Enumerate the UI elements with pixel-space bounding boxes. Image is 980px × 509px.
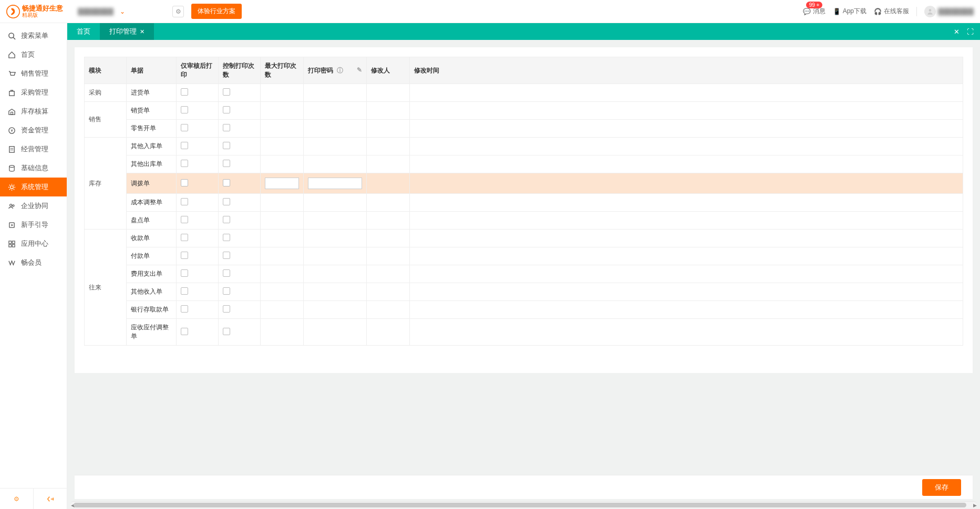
industry-demo-button[interactable]: 体验行业方案 bbox=[191, 4, 242, 19]
apps-icon bbox=[7, 240, 16, 248]
user-menu[interactable]: ████████ bbox=[924, 6, 974, 17]
checkbox[interactable] bbox=[181, 88, 188, 96]
tab-打印管理[interactable]: 打印管理✕ bbox=[100, 23, 154, 40]
modifier-cell bbox=[367, 247, 410, 265]
max-count-input[interactable] bbox=[265, 178, 299, 189]
checkbox[interactable] bbox=[223, 328, 230, 335]
sidebar-item-guide[interactable]: 新手引导 bbox=[0, 215, 67, 234]
close-icon[interactable]: ✕ bbox=[140, 28, 145, 35]
checkbox[interactable] bbox=[181, 252, 188, 259]
password-cell bbox=[304, 102, 367, 120]
sidebar-item-home[interactable]: 首页 bbox=[0, 45, 67, 64]
doc-cell: 成本调整单 bbox=[127, 194, 177, 212]
horizontal-scrollbar[interactable]: ◀ ▶ bbox=[70, 501, 977, 508]
org-settings-button[interactable]: ⚙ bbox=[172, 6, 184, 17]
doc-cell: 其他出库单 bbox=[127, 155, 177, 173]
sidebar-item-apps[interactable]: 应用中心 bbox=[0, 234, 67, 253]
sidebar-item-label: 企业协同 bbox=[21, 201, 48, 211]
checkbox[interactable] bbox=[223, 124, 230, 131]
sidebar-settings-button[interactable]: ⚙ bbox=[0, 489, 33, 509]
org-selector[interactable]: ████████ ⌄ bbox=[78, 8, 167, 15]
help-icon[interactable]: ⓘ bbox=[337, 67, 343, 74]
table-row: 往来收款单 bbox=[85, 230, 963, 247]
checkbox[interactable] bbox=[223, 88, 230, 96]
sidebar-item-search[interactable]: 搜索菜单 bbox=[0, 26, 67, 45]
tab-fullscreen-button[interactable]: ⛶ bbox=[967, 28, 974, 36]
checkbox[interactable] bbox=[223, 252, 230, 259]
checkbox[interactable] bbox=[181, 234, 188, 241]
password-cell bbox=[304, 194, 367, 212]
sidebar-item-warehouse[interactable]: 库存核算 bbox=[0, 102, 67, 121]
modify-time-cell bbox=[410, 230, 963, 247]
sidebar-item-label: 库存核算 bbox=[21, 107, 48, 116]
checkbox[interactable] bbox=[181, 216, 188, 223]
checkbox[interactable] bbox=[181, 269, 188, 277]
sidebar-item-label: 经营管理 bbox=[21, 144, 48, 154]
brand-title: 畅捷通好生意 bbox=[22, 5, 63, 12]
checkbox[interactable] bbox=[223, 269, 230, 277]
sidebar-item-gears[interactable]: 系统管理 bbox=[0, 178, 67, 196]
control-count-cell bbox=[219, 102, 261, 120]
checkbox[interactable] bbox=[223, 160, 230, 167]
password-cell bbox=[304, 319, 367, 346]
modifier-cell bbox=[367, 212, 410, 230]
max-count-cell bbox=[261, 138, 304, 155]
control-count-cell bbox=[219, 84, 261, 102]
audit-only-cell bbox=[177, 301, 219, 319]
save-button[interactable]: 保存 bbox=[922, 479, 961, 496]
max-count-cell bbox=[261, 283, 304, 301]
sidebar-item-label: 资金管理 bbox=[21, 126, 48, 135]
checkbox[interactable] bbox=[223, 142, 230, 149]
support-label: 在线客服 bbox=[884, 7, 909, 16]
password-input[interactable] bbox=[308, 178, 362, 189]
edit-icon[interactable]: ✎ bbox=[357, 66, 362, 74]
checkbox[interactable] bbox=[223, 198, 230, 205]
checkbox[interactable] bbox=[223, 216, 230, 223]
checkbox[interactable] bbox=[223, 287, 230, 295]
checkbox[interactable] bbox=[181, 179, 188, 186]
scrollbar-thumb[interactable] bbox=[74, 503, 966, 507]
checkbox[interactable] bbox=[181, 160, 188, 167]
password-cell bbox=[304, 212, 367, 230]
sidebar-item-bag[interactable]: 采购管理 bbox=[0, 83, 67, 102]
checkbox[interactable] bbox=[181, 198, 188, 205]
messages-button[interactable]: 99 + 💬 消息 bbox=[803, 7, 826, 16]
modify-time-cell bbox=[410, 138, 963, 155]
control-count-cell bbox=[219, 230, 261, 247]
svg-text:¥: ¥ bbox=[11, 128, 13, 133]
sidebar-item-money[interactable]: ¥资金管理 bbox=[0, 121, 67, 140]
max-count-cell bbox=[261, 212, 304, 230]
checkbox[interactable] bbox=[181, 106, 188, 113]
tab-close-all-button[interactable]: ✕ bbox=[954, 28, 960, 36]
online-support-button[interactable]: 🎧 在线客服 bbox=[874, 7, 909, 16]
cart-icon bbox=[7, 69, 16, 78]
checkbox[interactable] bbox=[223, 179, 230, 186]
headset-icon: 🎧 bbox=[874, 8, 882, 15]
checkbox[interactable] bbox=[181, 305, 188, 313]
doc-cell: 其他入库单 bbox=[127, 138, 177, 155]
app-download-button[interactable]: 📱 App下载 bbox=[833, 7, 866, 16]
sidebar-item-cart[interactable]: 销售管理 bbox=[0, 64, 67, 83]
tab-首页[interactable]: 首页 bbox=[67, 23, 100, 40]
sidebar-collapse-button[interactable] bbox=[34, 489, 67, 509]
checkbox[interactable] bbox=[181, 142, 188, 149]
svg-point-2 bbox=[8, 33, 13, 37]
modifier-cell bbox=[367, 138, 410, 155]
checkbox[interactable] bbox=[181, 124, 188, 131]
scroll-right-icon[interactable]: ▶ bbox=[972, 502, 978, 508]
checkbox[interactable] bbox=[223, 106, 230, 113]
checkbox[interactable] bbox=[181, 287, 188, 295]
sidebar-item-label: 系统管理 bbox=[21, 182, 48, 192]
audit-only-cell bbox=[177, 173, 219, 194]
checkbox[interactable] bbox=[223, 305, 230, 313]
sidebar-item-db[interactable]: 基础信息 bbox=[0, 159, 67, 178]
checkbox[interactable] bbox=[181, 328, 188, 335]
sidebar-item-team[interactable]: 企业协同 bbox=[0, 196, 67, 215]
sidebar-item-label: 新手引导 bbox=[21, 220, 48, 230]
sidebar-item-vip[interactable]: 畅会员 bbox=[0, 253, 67, 272]
messages-badge: 99 + bbox=[806, 2, 823, 8]
checkbox[interactable] bbox=[223, 234, 230, 241]
th-doc: 单据 bbox=[127, 57, 177, 84]
sidebar-item-report[interactable]: 经营管理 bbox=[0, 140, 67, 159]
password-cell bbox=[304, 120, 367, 138]
